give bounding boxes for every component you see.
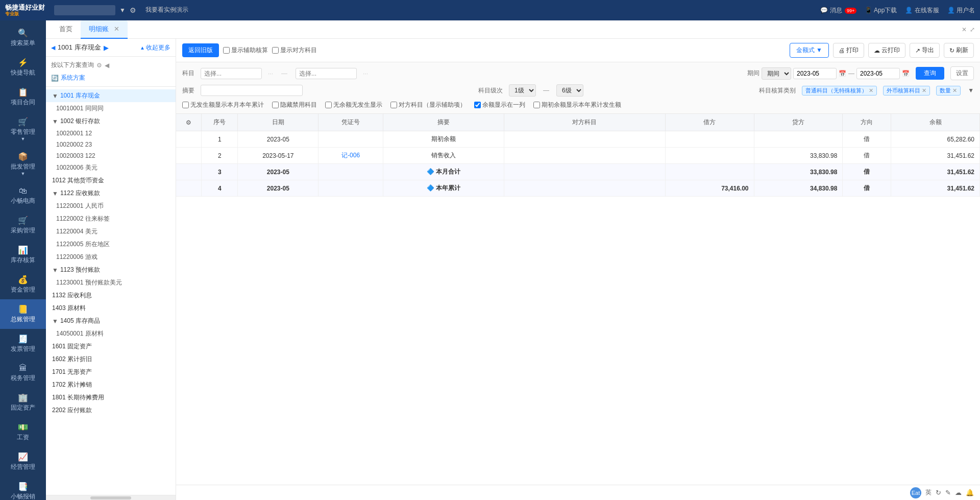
sidebar-item-invoice[interactable]: 🧾 发票管理 — [0, 329, 46, 359]
cb-no-debit-label[interactable]: 无发生额显示本月本年累计 — [182, 101, 264, 109]
sidebar-item-retail[interactable]: 🛒 零售管理 ▼ — [0, 112, 46, 147]
subject-input-end[interactable] — [296, 68, 357, 79]
sidebar-item-search[interactable]: 🔍 搜索菜单 — [0, 23, 46, 53]
cb-auxiliary[interactable] — [223, 47, 230, 54]
period-end-input[interactable] — [856, 68, 900, 79]
bottom-icon-bell[interactable]: 🔔 — [966, 489, 974, 496]
tree-item-1132[interactable]: 1132 应收利息 — [46, 289, 176, 302]
tree-item-2202[interactable]: 2202 应付账款 — [46, 404, 176, 417]
user-avatar[interactable]: 👤 用户名 — [947, 6, 975, 15]
sidebar-item-ecommerce[interactable]: 🛍 小畅电商 — [0, 181, 46, 210]
app-download-btn[interactable]: 📱 App下载 — [865, 6, 897, 15]
cb-hide-disabled-label[interactable]: 隐藏禁用科目 — [272, 101, 317, 109]
cb-opening-bal-label[interactable]: 期初余额显示本年累计发生额 — [533, 101, 621, 109]
tree-item-1122[interactable]: ▼ 1122 应收账款 — [46, 187, 176, 200]
period-start-input[interactable] — [793, 68, 837, 79]
online-service-btn[interactable]: 👤 在线客服 — [905, 6, 939, 15]
type-dropdown-icon[interactable]: ▼ — [968, 87, 974, 94]
collapse-arrow-icon[interactable]: ◀ — [105, 62, 109, 69]
tab-bar-close-btn[interactable]: ✕ — [962, 26, 967, 33]
sidebar-item-inventory[interactable]: 📊 库存核算 — [0, 240, 46, 270]
period-type-select[interactable]: 期间 — [762, 67, 791, 80]
tab-home[interactable]: 首页 — [51, 20, 81, 39]
message-icon[interactable]: 💬 消息 99+ — [820, 6, 856, 15]
tag-quantity-close[interactable]: ✕ — [952, 87, 957, 94]
sidebar-item-tax[interactable]: 🏛 税务管理 — [0, 359, 46, 388]
tree-child-10020001[interactable]: 10020001 12 — [46, 128, 176, 139]
topbar-gear-icon[interactable]: ⚙ — [130, 6, 136, 14]
selected-account-forward-arrow[interactable]: ▶ — [104, 44, 109, 52]
cb-opening-bal[interactable] — [533, 102, 540, 108]
tree-item-1702[interactable]: 1702 累计摊销 — [46, 378, 176, 391]
sidebar-item-capital[interactable]: 💰 资金管理 — [0, 270, 46, 299]
tree-child-10020003[interactable]: 10020003 122 — [46, 150, 176, 161]
system-scheme-btn[interactable]: 🔄 系统方案 — [51, 74, 170, 82]
cb-counterpart-label[interactable]: 显示对方科目 — [272, 46, 317, 55]
tree-item-1123[interactable]: ▼ 1123 预付账款 — [46, 264, 176, 276]
cb-hide-disabled[interactable] — [272, 102, 279, 108]
account-back-arrow[interactable]: ◀ — [51, 44, 55, 51]
tree-item-1602[interactable]: 1602 累计折旧 — [46, 353, 176, 366]
cb-no-balance-label[interactable]: 无余额无发生显示 — [325, 101, 382, 109]
tree-child-11220004[interactable]: 11220004 美元 — [46, 225, 176, 238]
tree-item-1701[interactable]: 1701 无形资产 — [46, 366, 176, 378]
tree-child-11220002[interactable]: 11220002 往来标签 — [46, 212, 176, 225]
td-voucher[interactable]: 记-006 — [318, 148, 383, 164]
print-btn[interactable]: 🖨 打印 — [833, 43, 864, 58]
eat-btn[interactable]: Eat — [910, 487, 921, 498]
tree-item-1403[interactable]: 1403 原材料 — [46, 302, 176, 315]
level-end-select[interactable]: 6级 — [556, 84, 583, 97]
tag-foreign-close[interactable]: ✕ — [922, 87, 926, 94]
lang-toggle[interactable]: 英 — [925, 488, 932, 497]
tree-child-11220005[interactable]: 11220005 所在地区 — [46, 238, 176, 251]
cb-no-balance[interactable] — [325, 102, 332, 108]
tree-item-1002[interactable]: ▼ 1002 银行存款 — [46, 115, 176, 128]
tree-item-1012[interactable]: 1012 其他货币资金 — [46, 174, 176, 187]
tab-bar-expand-btn[interactable]: ⤢ — [970, 26, 975, 33]
summary-input[interactable] — [201, 85, 303, 96]
cb-counterpart-aux[interactable] — [390, 102, 397, 108]
bottom-icon-edit[interactable]: ✎ — [945, 489, 951, 496]
currency-btn[interactable]: 金额式 ▼ — [790, 43, 829, 58]
tree-item-1601[interactable]: 1601 固定资产 — [46, 340, 176, 353]
query-btn[interactable]: 查询 — [916, 67, 944, 80]
bottom-icon-refresh[interactable]: ↻ — [936, 489, 941, 496]
topbar-search-input[interactable] — [54, 5, 115, 15]
tree-child-11220001[interactable]: 11220001 人民币 — [46, 200, 176, 212]
subject-input[interactable] — [201, 68, 262, 79]
cb-auxiliary-label[interactable]: 显示辅助核算 — [223, 46, 268, 55]
sidebar-item-purchase[interactable]: 🛒 采购管理 — [0, 210, 46, 240]
level-start-select[interactable]: 1级 — [509, 84, 536, 97]
sidebar-item-wholesale[interactable]: 📦 批发管理 ▼ — [0, 147, 46, 181]
tree-child-10010001[interactable]: 10010001 同同同 — [46, 102, 176, 115]
sidebar-item-operations[interactable]: 📈 经营管理 — [0, 447, 46, 477]
th-settings[interactable]: ⚙ — [176, 114, 202, 131]
bottom-icon-cloud[interactable]: ☁ — [955, 489, 962, 496]
sidebar-item-quicknav[interactable]: ⚡ 快捷导航 — [0, 53, 46, 82]
export-btn[interactable]: ↗ 导出 — [910, 43, 940, 58]
more-btn[interactable]: ▲ 收起更多 — [140, 43, 170, 52]
cb-counterpart[interactable] — [272, 47, 279, 54]
cb-balance-col-label[interactable]: 余额显示在一列 — [474, 101, 525, 109]
tree-item-1801[interactable]: 1801 长期待摊费用 — [46, 391, 176, 404]
tab-detail[interactable]: 明细账 ✕ — [81, 20, 128, 39]
tree-child-10020002[interactable]: 10020002 23 — [46, 139, 176, 150]
tree-child-10020006[interactable]: 10020006 美元 — [46, 161, 176, 174]
tag-normal-close[interactable]: ✕ — [869, 87, 873, 94]
sidebar-item-salary[interactable]: 💵 工资 — [0, 417, 46, 447]
tree-scrollbar[interactable] — [46, 495, 176, 500]
sidebar-item-assets[interactable]: 🏢 固定资产 — [0, 388, 46, 417]
tree-child-14050001[interactable]: 14050001 原材料 — [46, 327, 176, 340]
sidebar-item-contract[interactable]: 📋 项目合同 — [0, 82, 46, 112]
cb-no-debit[interactable] — [182, 102, 189, 108]
tree-child-11230001[interactable]: 11230001 预付账款美元 — [46, 276, 176, 289]
refresh-btn[interactable]: ↻ 刷新 — [944, 43, 974, 58]
settings-circle-icon[interactable]: ⚙ — [96, 62, 102, 69]
tree-child-11220006[interactable]: 11220006 游戏 — [46, 251, 176, 264]
sidebar-item-ledger[interactable]: 📒 总账管理 — [0, 299, 46, 329]
tree-item-1001[interactable]: ▼ 1001 库存现金 — [46, 89, 176, 102]
topbar-dropdown-arrow[interactable]: ▼ — [119, 7, 126, 14]
cb-counterpart-aux-label[interactable]: 对方科目（显示辅助项） — [390, 101, 466, 109]
return-old-btn[interactable]: 返回旧版 — [182, 43, 219, 57]
cb-balance-col[interactable] — [474, 102, 481, 108]
